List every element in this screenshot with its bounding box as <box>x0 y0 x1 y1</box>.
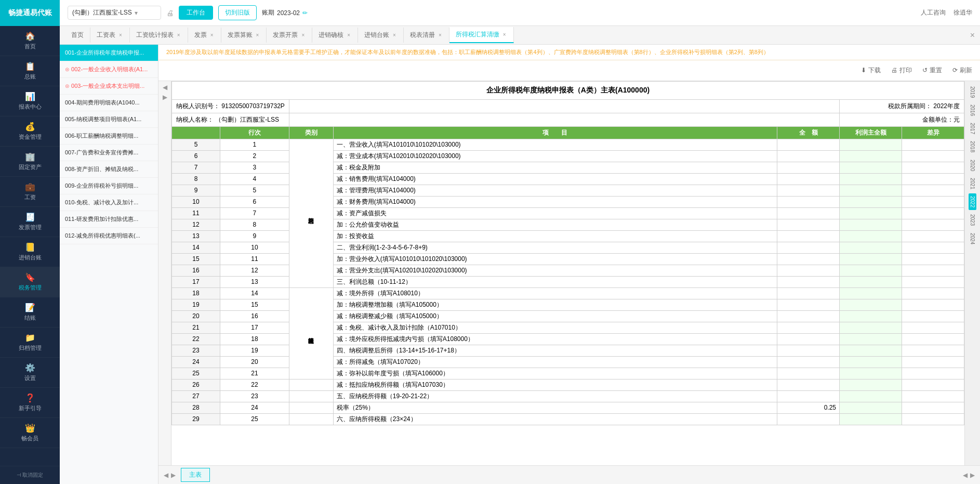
sheet-nav-left[interactable]: ◀ <box>164 472 168 479</box>
company-selector[interactable]: (勾删）江西服宝-LSS ▾ <box>68 6 161 20</box>
taxpayer-name-label: 纳税人名称： <box>176 116 214 123</box>
sidebar-item-payroll[interactable]: 💼 工资 <box>0 177 60 207</box>
left-panel-item-009[interactable]: 009-企业所得税补亏损明细... <box>60 178 158 194</box>
tab-close-icon[interactable]: × <box>255 32 260 38</box>
sidebar-item-asset[interactable]: 🏢 固定资产 <box>0 147 60 177</box>
timeline-2024[interactable]: 2024 <box>969 230 976 247</box>
download-button[interactable]: ⬇ 下载 <box>861 66 881 75</box>
sidebar-item-label: 报表中心 <box>19 103 42 111</box>
sidebar-item-label: 总账 <box>24 73 36 81</box>
tax-icon: 🔖 <box>25 272 35 282</box>
tab-payroll[interactable]: 工资表 × <box>90 28 130 43</box>
tab-close-icon[interactable]: × <box>346 32 351 38</box>
printer-icon: 🖨 <box>891 67 897 74</box>
left-panel-item-011[interactable]: 011-研发费用加计扣除优惠... <box>60 211 158 228</box>
tab-close-icon[interactable]: × <box>502 32 507 37</box>
taxpayer-id-label: 纳税人识别号： <box>176 102 220 110</box>
sidebar-item-close[interactable]: 📝 结账 <box>0 297 60 328</box>
tab-close-icon[interactable]: × <box>176 32 181 38</box>
timeline-2017[interactable]: 2017 <box>969 120 976 137</box>
tab-purchase-check[interactable]: 进销确核 × <box>312 28 358 43</box>
timeline-2021[interactable]: 2021 <box>969 175 976 192</box>
history-button[interactable]: 切到旧版 <box>218 5 257 20</box>
refresh-label: 刷新 <box>960 66 972 75</box>
table-title: 企业所得税年度纳税申报表（A类）主表(A100000) <box>172 81 964 99</box>
tab-invoice[interactable]: 发票 × <box>188 28 221 43</box>
top-bar-right: 人工咨询 徐逍华 <box>921 8 972 17</box>
left-panel-item-005[interactable]: 005-纳税调整项目明细表(A1... <box>60 111 158 128</box>
timeline-2023[interactable]: 2023 <box>969 212 976 228</box>
tab-income-tax[interactable]: 所得税汇算清缴 × <box>449 27 514 43</box>
guide-icon: ❓ <box>25 393 35 403</box>
scroll-left-icon[interactable]: ◀ <box>963 472 968 479</box>
tab-close-icon[interactable]: × <box>118 32 123 38</box>
left-panel-item-007[interactable]: 007-广告费和业务宣传费摊... <box>60 145 158 161</box>
tab-home[interactable]: 首页 <box>65 28 90 43</box>
tab-close-icon[interactable]: × <box>438 32 443 38</box>
workbench-button[interactable]: 工作台 <box>179 6 213 20</box>
sidebar-unpin-button[interactable]: ⊣ 取消固定 <box>0 466 60 484</box>
tab-bar-close-button[interactable]: × <box>970 31 975 40</box>
col-header-chayi: 差异 <box>902 126 964 139</box>
sidebar-item-guide[interactable]: ❓ 新手引导 <box>0 388 60 418</box>
sheet-nav-right[interactable]: ▶ <box>171 472 176 479</box>
fund-icon: 💰 <box>25 122 35 132</box>
sidebar-item-label: 首页 <box>24 43 36 50</box>
sidebar-item-archive[interactable]: 📁 归档管理 <box>0 328 60 358</box>
col-header-xuhao: 行次 <box>220 126 289 139</box>
left-panel-item-012[interactable]: 012-减免所得税优惠明细表(... <box>60 228 158 244</box>
tab-purchase-ledger[interactable]: 进销台账 × <box>358 28 404 43</box>
sidebar-item-member[interactable]: 👑 畅会员 <box>0 418 60 448</box>
sidebar-item-ledger[interactable]: 📋 总账 <box>0 56 60 86</box>
nav-right-arrow[interactable]: ▶ <box>163 94 167 101</box>
title-row: 企业所得税年度纳税申报表（A类）主表(A100000) <box>172 81 964 99</box>
tab-payroll-report[interactable]: 工资统计报表 × <box>130 28 188 43</box>
table-area: ◀ ▶ <box>158 81 980 485</box>
sidebar-item-home[interactable]: 🏠 首页 <box>0 26 60 56</box>
user-service[interactable]: 人工咨询 <box>921 8 946 17</box>
sidebar-item-fund[interactable]: 💰 资金管理 <box>0 116 60 147</box>
sidebar-item-purchase-sales[interactable]: 📒 进销台账 <box>0 237 60 267</box>
nav-left-arrow[interactable]: ◀ <box>163 84 167 91</box>
left-panel-item-002[interactable]: ⊙ 002-一般企业收入明细表(A1... <box>60 61 158 78</box>
account-label: 账期 <box>262 8 274 17</box>
table-footer: ◀ ▶ 主表 ◀ ▶ <box>158 465 980 484</box>
main-content: (勾删）江西服宝-LSS ▾ 🖨 工作台 切到旧版 账期 2023-02 ✏ 人… <box>60 0 980 484</box>
tab-invoice-open[interactable]: 发票开票 × <box>267 28 312 43</box>
left-panel-item-004[interactable]: 004-期间费用明细表(A1040... <box>60 95 158 111</box>
tab-invoice-calc[interactable]: 发票算账 × <box>221 28 267 43</box>
left-panel-item-003[interactable]: ⊙ 003-一般企业成本支出明细... <box>60 78 158 95</box>
left-panel-item-010[interactable]: 010-免税、减计收入及加计... <box>60 194 158 211</box>
table-row: 27 23 五、应纳税所得额（19-20-21-22） <box>172 390 964 402</box>
tab-close-icon[interactable]: × <box>392 32 397 38</box>
tab-label: 进销台账 <box>364 31 389 40</box>
left-panel-item-001[interactable]: 001-企业所得税年度纳税申报... <box>60 45 158 61</box>
chevron-down-icon: ▾ <box>135 9 138 17</box>
timeline-2018[interactable]: 2018 <box>969 138 976 155</box>
sidebar-item-report[interactable]: 📊 报表中心 <box>0 86 60 116</box>
content-area: 001-企业所得税年度纳税申报... ⊙ 002-一般企业收入明细表(A1...… <box>60 45 980 484</box>
home-icon: 🏠 <box>25 31 35 41</box>
timeline-2019[interactable]: 2019 <box>969 84 976 100</box>
left-panel-item-008[interactable]: 008-资产折旧、摊销及纳税... <box>60 161 158 178</box>
edit-icon[interactable]: ✏ <box>302 9 308 17</box>
timeline-2020[interactable]: 2020 <box>969 157 976 174</box>
tab-label: 进销确核 <box>319 31 343 40</box>
tab-close-icon[interactable]: × <box>300 32 306 38</box>
print-button[interactable]: 🖨 打印 <box>891 66 912 75</box>
tab-bar: 首页 工资表 × 工资统计报表 × 发票 × 发票算账 × 发票开票 × <box>60 26 980 45</box>
tab-close-icon[interactable]: × <box>209 32 215 38</box>
sheet-tab-main[interactable]: 主表 <box>181 468 210 482</box>
timeline-2016[interactable]: 2016 <box>969 102 976 119</box>
timeline-2022[interactable]: 2022 <box>969 193 976 210</box>
reset-button[interactable]: ↺ 重置 <box>922 66 942 75</box>
scroll-right-icon[interactable]: ▶ <box>970 472 975 479</box>
sidebar-item-tax[interactable]: 🔖 税务管理 <box>0 267 60 297</box>
tab-tax-clear[interactable]: 税表清册 × <box>404 28 449 43</box>
sidebar-item-invoice[interactable]: 🧾 发票管理 <box>0 207 60 237</box>
refresh-button[interactable]: ⟳ 刷新 <box>952 66 972 75</box>
sidebar-item-settings[interactable]: ⚙️ 设置 <box>0 358 60 388</box>
sidebar: 畅捷通易代账 🏠 首页 📋 总账 📊 报表中心 💰 资金管理 🏢 固定资产 <box>0 0 60 484</box>
sidebar-item-label: 发票管理 <box>19 224 42 231</box>
left-panel-item-006[interactable]: 006-职工薪酬纳税调整明细... <box>60 128 158 145</box>
